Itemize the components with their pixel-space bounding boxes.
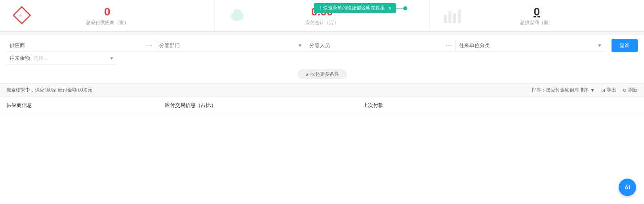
- results-bar: 搜索结果中，供应商0家 应付金额 0.00元 排序：按应付金额倒序排序 ▼ ⊡ …: [0, 84, 644, 97]
- svg-text:◆: ◆: [19, 13, 22, 17]
- supplier-more-btn[interactable]: ···: [146, 42, 152, 49]
- filter-row-1: 供应商 ··· 分管部门 ▼ 分管人员 ··· 往来单位分类 ▼ 查询: [6, 39, 638, 52]
- unit-class-chevron-icon[interactable]: ▼: [597, 43, 602, 48]
- department-chevron-icon[interactable]: ▼: [298, 43, 303, 48]
- collapse-label: 收起更多条件: [311, 71, 339, 78]
- results-summary: 搜索结果中，供应商0家 应付金额 0.00元: [6, 87, 92, 93]
- balance-placeholder: 选择...: [33, 55, 48, 62]
- diamond-icon: ◆: [12, 5, 32, 26]
- svg-rect-6: [444, 15, 447, 23]
- filter-row-2: 往来余额 选择... ▼: [6, 52, 638, 65]
- table-header: 供应商信息 应付交易信息（占比） 上次付款: [0, 97, 644, 114]
- balance-filter: 往来余额 选择... ▼: [6, 52, 117, 65]
- sort-button[interactable]: 排序：按应付金额倒序排序 ▼: [532, 87, 595, 93]
- tooltip-bar: ！快速录单的快捷键说明在这里 ×: [314, 3, 396, 13]
- tooltip-dot: [403, 6, 407, 10]
- svg-rect-8: [453, 13, 456, 23]
- sort-chevron-icon: ▼: [590, 88, 595, 93]
- table-col-last-payment: 上次付款: [363, 102, 638, 109]
- ai-label: Ai: [625, 184, 630, 191]
- stat-number-payable-suppliers: 0: [104, 5, 111, 19]
- department-label: 分管部门: [159, 42, 180, 49]
- svg-point-5: [238, 10, 241, 13]
- chart-icon: [442, 7, 463, 24]
- person-more-btn[interactable]: ···: [446, 42, 452, 49]
- stats-bar: ◆ 0 总应付供应商（家） ！快速录单的快捷键说明在这里 × 0.00 应付合计…: [0, 0, 644, 32]
- stat-number-total-suppliers: 0: [534, 5, 540, 19]
- tooltip-text: ！快速录单的快捷键说明在这里: [318, 5, 385, 11]
- department-filter: 分管部门 ▼: [156, 40, 305, 52]
- svg-rect-7: [448, 11, 452, 23]
- stat-label-payable-total: 应付合计（万）: [305, 19, 339, 26]
- person-label: 分管人员: [309, 42, 330, 49]
- collapse-chevron-icon: ∧: [305, 72, 309, 77]
- col-last-payment-label: 上次付款: [363, 102, 383, 108]
- table-col-transaction-info: 应付交易信息（占比）: [165, 102, 363, 109]
- balance-label: 往来余额: [10, 55, 30, 62]
- supplier-filter: 供应商 ···: [6, 40, 156, 52]
- search-button[interactable]: 查询: [612, 39, 638, 52]
- unit-class-filter: 往来单位分类 ▼: [456, 40, 605, 52]
- col-supplier-label: 供应商信息: [6, 102, 32, 108]
- filter-area: 供应商 ··· 分管部门 ▼ 分管人员 ··· 往来单位分类 ▼ 查询: [0, 35, 644, 84]
- department-input[interactable]: [183, 42, 294, 48]
- svg-point-4: [234, 10, 236, 13]
- refresh-button[interactable]: ↻ 刷新: [623, 87, 638, 93]
- sort-label: 排序：按应付金额倒序排序: [532, 87, 589, 93]
- stat-total-suppliers: 0 总供应商（家）: [430, 0, 644, 31]
- stat-payable-total: ！快速录单的快捷键说明在这里 × 0.00 应付合计（万）: [215, 0, 429, 31]
- supplier-input[interactable]: [28, 42, 143, 48]
- table-col-supplier-info: 供应商信息: [6, 102, 165, 109]
- export-button[interactable]: ⊡ 导出: [601, 87, 616, 93]
- results-actions: 排序：按应付金额倒序排序 ▼ ⊡ 导出 ↻ 刷新: [532, 87, 638, 93]
- tooltip-close-btn[interactable]: ×: [388, 6, 391, 11]
- export-icon: ⊡: [601, 88, 605, 93]
- export-label: 导出: [607, 87, 616, 93]
- balance-chevron-icon[interactable]: ▼: [109, 55, 114, 61]
- col-transaction-label: 应付交易信息（占比）: [165, 102, 216, 108]
- svg-rect-9: [458, 9, 461, 23]
- unit-class-label: 往来单位分类: [459, 42, 490, 49]
- stat-total-payable-suppliers: ◆ 0 总应付供应商（家）: [0, 0, 215, 31]
- stat-label-payable-suppliers: 总应付供应商（家）: [86, 19, 129, 26]
- refresh-label: 刷新: [628, 87, 638, 93]
- unit-class-input[interactable]: [493, 42, 594, 48]
- supplier-label: 供应商: [10, 42, 25, 49]
- refresh-icon: ↻: [623, 88, 627, 93]
- person-input[interactable]: [333, 42, 443, 48]
- ai-button[interactable]: Ai: [619, 179, 636, 196]
- table-body: [0, 114, 644, 204]
- person-filter: 分管人员 ···: [306, 40, 455, 52]
- pig-icon: [227, 4, 248, 27]
- stat-label-total-suppliers: 总供应商（家）: [520, 19, 553, 26]
- collapse-filters-btn[interactable]: ∧ 收起更多条件: [297, 69, 347, 79]
